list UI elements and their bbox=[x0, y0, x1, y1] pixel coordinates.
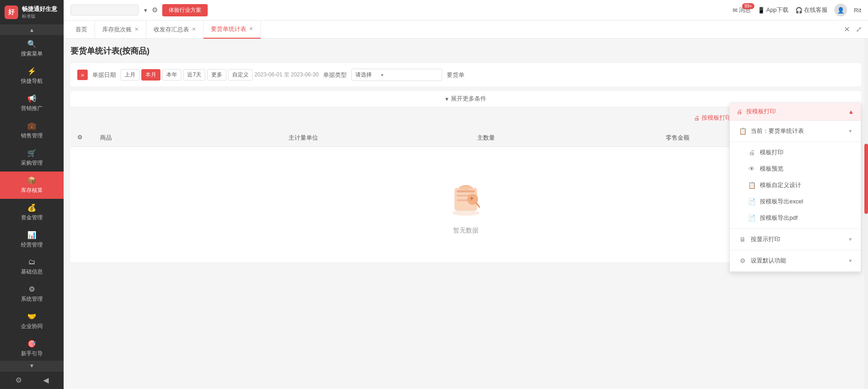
tab-inventory-batch[interactable]: 库存批次账 ✕ bbox=[95, 20, 146, 39]
username-label: Rit bbox=[854, 7, 861, 14]
sidebar-label-search: 搜索菜单 bbox=[21, 50, 43, 58]
dropdown-template-excel[interactable]: 📄 按模板导出excel bbox=[730, 193, 861, 210]
tab-receipt-summary-close[interactable]: ✕ bbox=[192, 26, 196, 32]
template-design-label: 模板自定义设计 bbox=[760, 181, 801, 189]
sidebar-item-system[interactable]: ⚙ 系统管理 bbox=[0, 280, 64, 308]
tab-close-all-button[interactable]: ✕ bbox=[842, 25, 852, 34]
date-buttons: 上月 本月 本年 近7天 更多 自定义 2023-06-01 至 2023-06… bbox=[120, 69, 319, 81]
tab-home[interactable]: 首页 bbox=[68, 20, 95, 39]
phone-icon: 📱 bbox=[758, 7, 765, 14]
date-filter-label: 单据日期 bbox=[92, 71, 116, 79]
template-pdf-label: 按模板导出pdf bbox=[760, 214, 798, 222]
basic-icon: 🗂 bbox=[28, 258, 35, 266]
purchase-icon: 🛒 bbox=[27, 149, 36, 157]
template-pdf-icon: 📄 bbox=[748, 214, 755, 222]
operations-icon: 📊 bbox=[27, 231, 36, 239]
app-download-button[interactable]: 📱 App下载 bbox=[758, 6, 788, 14]
date-btn-this-month[interactable]: 本月 bbox=[141, 69, 160, 81]
default-settings-left: ⚙ 设置默认功能 bbox=[739, 257, 786, 265]
empty-illustration bbox=[443, 174, 489, 220]
dropdown-current-template[interactable]: 📋 当前：要货单统计表 ▾ bbox=[730, 123, 861, 139]
dropdown-items-section: 🖨 模板打印 👁 模板预览 📋 模板自定义设计 📄 按模板导出excel 📄 bbox=[730, 142, 861, 229]
sidebar-nav: 🔍 搜索菜单 ⚡ 快捷导航 📢 营销推广 💼 销售管理 🛒 采购管理 📦 库存核… bbox=[0, 35, 64, 361]
topbar-search-input[interactable] bbox=[70, 5, 139, 15]
tab-receipt-summary-label: 收发存汇总表 bbox=[154, 25, 189, 34]
topbar-gear-icon[interactable]: ⚙ bbox=[152, 6, 158, 14]
col-unit: 主计量单位 bbox=[289, 134, 477, 142]
sidebar-scroll-up[interactable]: ▲ bbox=[0, 25, 64, 35]
online-service-button[interactable]: 🎧 在线客服 bbox=[795, 6, 828, 14]
sidebar-settings-icon[interactable]: ⚙ bbox=[15, 376, 22, 384]
date-btn-7days[interactable]: 近7天 bbox=[183, 69, 205, 81]
tab-order-stats-close[interactable]: ✕ bbox=[249, 26, 253, 32]
current-template-left: 📋 当前：要货单统计表 bbox=[739, 127, 804, 135]
table-gear-icon[interactable]: ⚙ bbox=[77, 134, 83, 141]
topbar: ▾ ⚙ 体验行业方案 ✉ 消息 99+ 📱 App下载 🎧 在线客服 👤 Rit bbox=[64, 0, 868, 20]
sidebar-item-sales[interactable]: 💼 销售管理 bbox=[0, 117, 64, 144]
filter-expand-button[interactable]: » bbox=[77, 70, 88, 80]
default-settings-icon: ⚙ bbox=[739, 257, 746, 264]
date-btn-custom[interactable]: 自定义 bbox=[228, 69, 253, 81]
tab-maximize-button[interactable]: ⤢ bbox=[854, 25, 863, 34]
print-label: 按模板打印 bbox=[702, 114, 731, 122]
app-label: App下载 bbox=[766, 6, 788, 14]
message-button[interactable]: ✉ 消息 99+ bbox=[733, 6, 751, 14]
sidebar-item-enterprise[interactable]: 🤝 企业协同 bbox=[0, 308, 64, 335]
sidebar-item-guide[interactable]: 🎯 新手引导 bbox=[0, 335, 64, 361]
sidebar-scroll-down[interactable]: ▼ bbox=[0, 361, 64, 371]
sidebar-item-purchase[interactable]: 🛒 采购管理 bbox=[0, 144, 64, 172]
date-btn-this-year[interactable]: 本年 bbox=[162, 69, 181, 81]
dropdown-template-pdf[interactable]: 📄 按模板导出pdf bbox=[730, 210, 861, 226]
date-btn-last-month[interactable]: 上月 bbox=[120, 69, 140, 81]
sidebar-bottom: ⚙ ◀ bbox=[0, 371, 64, 389]
svg-point-10 bbox=[459, 186, 473, 190]
col-settings[interactable]: ⚙ bbox=[77, 134, 100, 142]
tab-inventory-batch-close[interactable]: ✕ bbox=[135, 26, 139, 32]
sidebar-audio-icon[interactable]: ◀ bbox=[43, 376, 49, 384]
display-print-left: 🖥 按显示打印 bbox=[739, 235, 780, 243]
filter-bar: » 单据日期 上月 本月 本年 近7天 更多 自定义 2023-06-01 至 … bbox=[70, 63, 861, 86]
sidebar-item-inventory[interactable]: 📦 库存核算 bbox=[0, 172, 64, 199]
dropdown-current-section: 📋 当前：要货单统计表 ▾ bbox=[730, 121, 861, 142]
template-preview-icon: 👁 bbox=[748, 165, 755, 172]
scrollbar-thumb bbox=[864, 144, 868, 214]
sidebar-item-search[interactable]: 🔍 搜索菜单 bbox=[0, 35, 64, 62]
current-template-icon: 📋 bbox=[739, 127, 746, 135]
tab-receipt-summary[interactable]: 收发存汇总表 ✕ bbox=[146, 20, 204, 39]
type-filter-label: 单据类型 bbox=[323, 71, 347, 79]
expand-more-label: 展开更多条件 bbox=[451, 95, 486, 103]
order-type-select[interactable]: 请选择 ▾ bbox=[351, 69, 442, 81]
dropdown-template-preview[interactable]: 👁 模板预览 bbox=[730, 161, 861, 177]
sidebar-label-enterprise: 企业协同 bbox=[21, 323, 43, 330]
trial-button[interactable]: 体验行业方案 bbox=[162, 4, 208, 16]
tab-order-stats[interactable]: 要货单统计表 ✕ bbox=[204, 20, 261, 39]
tabs-bar: 首页 库存批次账 ✕ 收发存汇总表 ✕ 要货单统计表 ✕ ✕ ⤢ bbox=[64, 20, 868, 39]
col-product: 商品 bbox=[100, 134, 289, 142]
date-range-text: 2023-06-01 至 2023-06-30 bbox=[254, 71, 319, 79]
dropdown-template-design[interactable]: 📋 模板自定义设计 bbox=[730, 177, 861, 193]
sidebar-item-marketing[interactable]: 📢 营销推广 bbox=[0, 90, 64, 117]
guide-icon: 🎯 bbox=[27, 339, 36, 348]
sidebar-item-finance[interactable]: 💰 资金管理 bbox=[0, 199, 64, 226]
sidebar-item-operations[interactable]: 📊 经营管理 bbox=[0, 226, 64, 253]
sidebar-item-shortcut[interactable]: ⚡ 快捷导航 bbox=[0, 62, 64, 90]
dropdown-collapse-icon[interactable]: ▲ bbox=[848, 108, 854, 115]
template-design-icon: 📋 bbox=[748, 182, 755, 189]
sidebar-item-basic[interactable]: 🗂 基础信息 bbox=[0, 253, 64, 280]
date-btn-more[interactable]: 更多 bbox=[207, 69, 226, 81]
sidebar-label-marketing: 营销推广 bbox=[21, 105, 43, 112]
dropdown-display-print[interactable]: 🖥 按显示打印 ▾ bbox=[730, 231, 861, 248]
topbar-dropdown-arrow[interactable]: ▾ bbox=[144, 7, 147, 14]
dropdown-default-settings[interactable]: ⚙ 设置默认功能 ▾ bbox=[730, 253, 861, 269]
col-quantity: 主数量 bbox=[477, 134, 666, 142]
template-print-label: 模板打印 bbox=[760, 148, 783, 157]
sales-icon: 💼 bbox=[27, 121, 36, 130]
user-avatar[interactable]: 👤 bbox=[834, 4, 847, 16]
dropdown-template-print[interactable]: 🖨 模板打印 bbox=[730, 144, 861, 161]
dropdown-display-section: 🖥 按显示打印 ▾ bbox=[730, 229, 861, 250]
current-template-chevron: ▾ bbox=[849, 128, 852, 134]
display-print-icon: 🖥 bbox=[739, 236, 746, 243]
svg-rect-2 bbox=[457, 190, 475, 192]
right-scrollbar[interactable] bbox=[864, 39, 868, 389]
main-area: ▾ ⚙ 体验行业方案 ✉ 消息 99+ 📱 App下载 🎧 在线客服 👤 Rit bbox=[64, 0, 868, 389]
